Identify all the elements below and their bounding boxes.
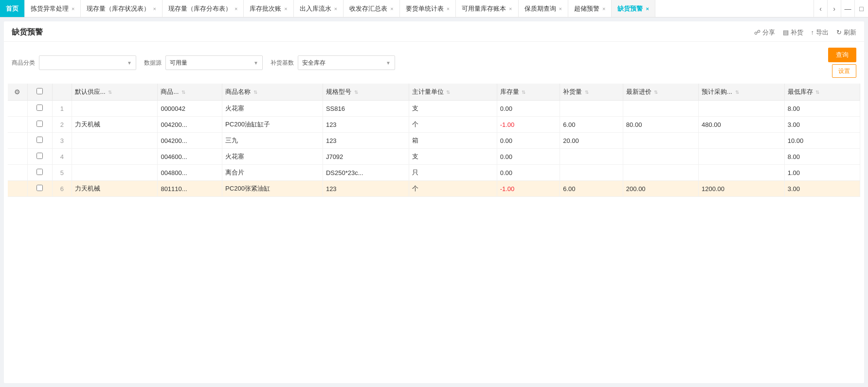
export-icon: ↑: [811, 29, 814, 36]
col-code-header[interactable]: 商品... ⇅: [158, 84, 222, 101]
tab-7-close[interactable]: ×: [447, 6, 450, 12]
row-replenish-cell: [560, 165, 623, 181]
filter-action-buttons: 查询 设置: [828, 48, 856, 78]
col-checkbox-header[interactable]: [27, 84, 52, 101]
row-checkbox[interactable]: [36, 153, 43, 159]
tab-7[interactable]: 要货单统计表 ×: [400, 0, 456, 18]
col-est-purchase-header[interactable]: 预计采购... ⇅: [699, 84, 785, 101]
tab-9-label: 保质期查询: [524, 4, 556, 13]
tab-maximize-button[interactable]: □: [854, 0, 868, 18]
tab-1[interactable]: 拣货异常处理 ×: [25, 0, 81, 18]
row-num-cell: 5: [52, 165, 72, 181]
select-all-checkbox[interactable]: [36, 88, 43, 94]
share-label: 分享: [762, 28, 775, 37]
row-checkbox-cell[interactable]: [27, 117, 52, 133]
row-checkbox[interactable]: [36, 121, 43, 127]
stock-sort-icon: ⇅: [522, 89, 525, 95]
table-row: 4 004600... 火花塞 J7092 支 0.00 8.00: [8, 149, 860, 165]
export-button[interactable]: ↑ 导出: [811, 28, 829, 37]
tab-3-close[interactable]: ×: [235, 6, 237, 12]
row-supplier-cell: [72, 101, 158, 117]
row-checkbox[interactable]: [36, 137, 43, 143]
tab-6[interactable]: 收发存汇总表 ×: [344, 0, 399, 18]
tab-2[interactable]: 现存量（库存状况表） ×: [81, 0, 162, 18]
tab-2-close[interactable]: ×: [153, 6, 156, 12]
row-unit-cell: 箱: [409, 133, 497, 149]
row-checkbox[interactable]: [36, 169, 43, 175]
replenish-button[interactable]: ▤ 补货: [783, 28, 803, 37]
col-supplier-label: 默认供应...: [75, 88, 106, 95]
col-supplier-header[interactable]: 默认供应... ⇅: [72, 84, 158, 101]
tab-8[interactable]: 可用量库存账本 ×: [456, 0, 518, 18]
col-code-label: 商品...: [161, 88, 179, 95]
tab-9[interactable]: 保质期查询 ×: [519, 0, 568, 18]
tab-6-close[interactable]: ×: [390, 6, 393, 12]
row-checkbox-cell[interactable]: [27, 101, 52, 117]
col-unit-label: 主计量单位: [412, 88, 444, 95]
export-label: 导出: [816, 28, 829, 37]
row-checkbox-cell[interactable]: [27, 165, 52, 181]
row-num-cell: 4: [52, 149, 72, 165]
settings-button[interactable]: 设置: [832, 64, 856, 78]
col-settings[interactable]: ⚙: [8, 84, 27, 101]
tab-1-close[interactable]: ×: [72, 6, 74, 12]
row-min-stock-cell: 1.00: [784, 165, 860, 181]
datasource-filter-group: 数据源 可用量 ▼: [144, 55, 263, 70]
tab-prev-button[interactable]: ‹: [814, 0, 827, 18]
col-min-stock-header[interactable]: 最低库存 ⇅: [784, 84, 860, 101]
share-button[interactable]: ☍ 分享: [754, 28, 775, 37]
tab-home-label: 首页: [6, 4, 18, 13]
replenish-label: 补货: [791, 28, 803, 37]
col-spec-header[interactable]: 规格型号 ⇅: [323, 84, 409, 101]
col-unit-header[interactable]: 主计量单位 ⇅: [409, 84, 497, 101]
row-checkbox[interactable]: [36, 185, 43, 191]
tab-10-close[interactable]: ×: [602, 6, 605, 12]
row-latest-price-cell: 80.00: [623, 117, 698, 133]
row-checkbox-cell[interactable]: [27, 133, 52, 149]
replenish-base-select[interactable]: 安全库存 ▼: [298, 55, 395, 70]
tab-8-close[interactable]: ×: [509, 6, 512, 12]
col-replenish-header[interactable]: 补货量 ⇅: [560, 84, 623, 101]
row-settings-cell: [8, 101, 27, 117]
table-row: 5 004800... 离合片 DS250*23c... 只 0.00 1.00: [8, 165, 860, 181]
tab-minimize-button[interactable]: —: [841, 0, 854, 18]
tab-4-close[interactable]: ×: [284, 6, 287, 12]
tab-11-close[interactable]: ×: [646, 6, 649, 12]
tab-5-close[interactable]: ×: [334, 6, 337, 12]
datasource-select[interactable]: 可用量 ▼: [165, 55, 263, 70]
row-stock-cell: -1.00: [497, 117, 560, 133]
col-latest-price-header[interactable]: 最新进价 ⇅: [623, 84, 698, 101]
row-code-cell: 004200...: [158, 117, 222, 133]
col-name-header[interactable]: 商品名称 ⇅: [222, 84, 323, 101]
row-checkbox-cell[interactable]: [27, 181, 52, 197]
tab-9-close[interactable]: ×: [559, 6, 562, 12]
row-code-cell: 004600...: [158, 149, 222, 165]
row-checkbox-cell[interactable]: [27, 149, 52, 165]
code-sort-icon: ⇅: [181, 89, 185, 95]
category-select[interactable]: ▼: [39, 55, 136, 70]
row-name-cell: 火花塞: [222, 101, 323, 117]
query-button[interactable]: 查询: [828, 48, 856, 62]
tab-home[interactable]: 首页: [0, 0, 25, 18]
tab-next-button[interactable]: ›: [827, 0, 841, 18]
row-num-cell: 2: [52, 117, 72, 133]
share-icon: ☍: [754, 29, 760, 36]
row-est-purchase-cell: [699, 101, 785, 117]
row-settings-cell: [8, 117, 27, 133]
tab-11[interactable]: 缺货预警 ×: [612, 0, 655, 18]
row-checkbox[interactable]: [36, 105, 43, 111]
refresh-button[interactable]: ↻ 刷新: [836, 28, 856, 37]
min-stock-sort-icon: ⇅: [815, 89, 819, 95]
datasource-label: 数据源: [144, 59, 162, 67]
col-stock-header[interactable]: 库存量 ⇅: [497, 84, 560, 101]
tab-5[interactable]: 出入库流水 ×: [294, 0, 344, 18]
row-latest-price-cell: [623, 149, 698, 165]
row-min-stock-cell: 3.00: [784, 181, 860, 197]
column-settings-icon[interactable]: ⚙: [14, 88, 20, 96]
tab-10[interactable]: 超储预警 ×: [568, 0, 612, 18]
col-est-purchase-label: 预计采购...: [702, 88, 732, 95]
row-settings-cell: [8, 149, 27, 165]
tab-3[interactable]: 现存量（库存分布表） ×: [163, 0, 244, 18]
row-stock-cell: 0.00: [497, 149, 560, 165]
tab-4[interactable]: 库存批次账 ×: [244, 0, 293, 18]
